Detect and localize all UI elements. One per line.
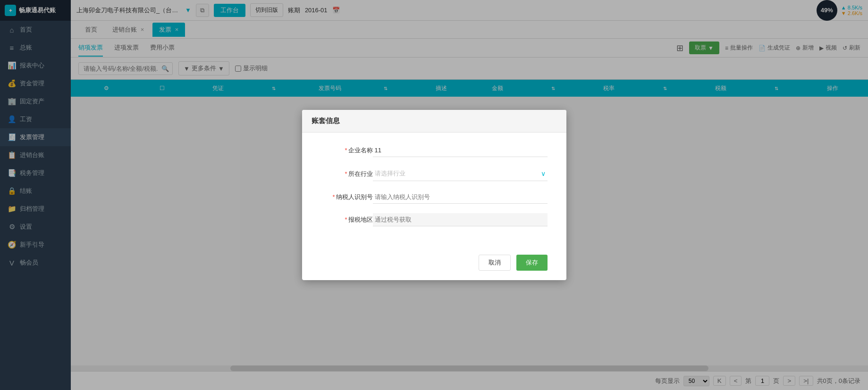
modal-footer: 取消 保存: [302, 247, 566, 280]
company-name-input[interactable]: [373, 144, 548, 157]
form-row-tax-region: *报税地区: [321, 213, 548, 226]
industry-label: *所在行业: [321, 170, 373, 178]
form-row-company-name: *企业名称: [321, 144, 548, 157]
tax-region-input: [373, 213, 548, 226]
industry-dropdown-icon: ∨: [541, 170, 546, 177]
tax-id-label: *纳税人识别号: [321, 193, 373, 201]
cancel-button[interactable]: 取消: [479, 255, 511, 271]
save-button[interactable]: 保存: [516, 255, 548, 271]
company-name-label: *企业名称: [321, 146, 373, 155]
modal-overlay: 账套信息 *企业名称 *所在行业 请选择行业 ∨: [0, 0, 868, 390]
tax-region-label: *报税地区: [321, 216, 373, 224]
form-row-industry: *所在行业 请选择行业 ∨: [321, 166, 548, 181]
tax-id-input[interactable]: [373, 191, 548, 204]
modal-header: 账套信息: [302, 110, 566, 133]
form-row-tax-id: *纳税人识别号: [321, 191, 548, 204]
industry-placeholder: 请选择行业: [375, 169, 405, 178]
industry-select[interactable]: 请选择行业 ∨: [373, 166, 548, 181]
account-info-modal: 账套信息 *企业名称 *所在行业 请选择行业 ∨: [302, 110, 566, 280]
modal-title: 账套信息: [312, 116, 340, 124]
modal-body: *企业名称 *所在行业 请选择行业 ∨ *纳税人识别号: [302, 133, 566, 247]
